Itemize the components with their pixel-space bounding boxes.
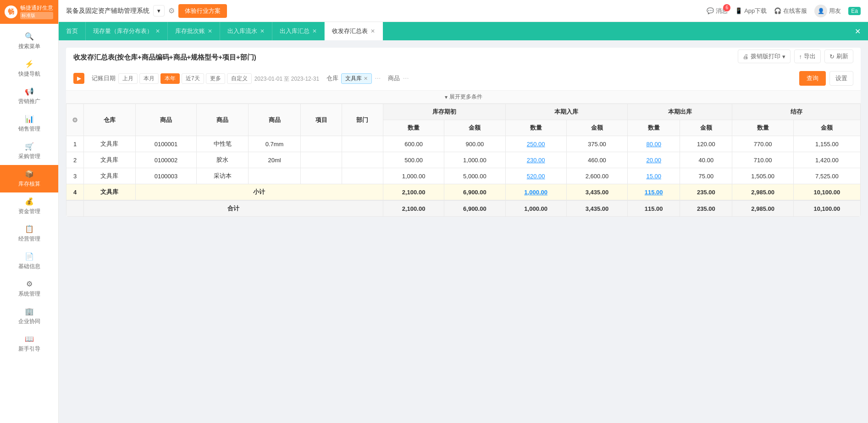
table-container: ⚙ 仓库 商品 商品 商品 项目 部门 库存期初 本期入库 本期出库 结存 <box>66 104 861 217</box>
tab-home-label: 首页 <box>66 27 78 35</box>
table-settings-icon[interactable]: ⚙ <box>72 116 78 124</box>
user-profile-btn[interactable]: 👤 用友 <box>814 5 841 17</box>
messages-btn[interactable]: 💬 消息 6 <box>707 7 728 15</box>
tab-stock-dist-label: 现存量（库存分布表） <box>93 27 153 35</box>
system-dropdown[interactable]: ▾ <box>153 5 165 16</box>
date-btn-this-month[interactable]: 本月 <box>139 73 159 84</box>
col-period-out-header: 本期出库 <box>628 104 732 120</box>
tab-stock-dist[interactable]: 现存量（库存分布表） ✕ <box>86 22 168 40</box>
table-row: 3 文具库 0100003 采访本 1,000.00 5,000.00 520.… <box>66 168 861 184</box>
row1-out-amt: 120.00 <box>680 136 732 152</box>
row2-out-qty[interactable]: 20.00 <box>628 152 680 168</box>
date-btn-last-month[interactable]: 上月 <box>118 73 138 84</box>
trial-btn[interactable]: 体验行业方案 <box>178 4 227 18</box>
subtotal-in-qty[interactable]: 1,000.00 <box>505 184 566 201</box>
online-service-btn[interactable]: 🎧 在线客服 <box>774 7 807 15</box>
base-info-icon: 📄 <box>25 252 34 261</box>
table-row: 1 文具库 0100001 中性笔 0.7mm 600.00 900.00 25… <box>66 136 861 152</box>
row3-open-amt: 5,000.00 <box>444 168 505 184</box>
sidebar-item-finance[interactable]: 💰 资金管理 <box>0 192 58 220</box>
sidebar-label-base-info: 基础信息 <box>18 263 40 270</box>
sidebar-item-inventory[interactable]: 📦 库存核算 <box>0 165 58 192</box>
date-btn-custom[interactable]: 自定义 <box>227 73 252 84</box>
app-edition: 标准版 <box>20 12 53 19</box>
top-actions: 🖨 拨销版打印 ▾ ↑ 导出 ↻ 刷新 <box>738 48 854 63</box>
sidebar-item-guide[interactable]: 📖 新手引导 <box>0 330 58 357</box>
tab-in-out-flow[interactable]: 出入库流水 ✕ <box>220 22 272 40</box>
subtotal-bal-qty: 2,985.00 <box>732 184 793 201</box>
warehouse-tag-close[interactable]: ✕ <box>364 76 368 82</box>
messages-badge: 6 <box>723 4 730 11</box>
system-title: 装备及固定资产辅助管理系统 <box>66 7 149 15</box>
row3-goods-name: 采访本 <box>197 168 249 184</box>
date-btn-7days[interactable]: 近7天 <box>182 73 204 84</box>
row3-warehouse: 文具库 <box>84 168 136 184</box>
tab-batch-account-close[interactable]: ✕ <box>208 28 212 34</box>
expand-more-btn[interactable]: ▾ 展开更多条件 <box>445 93 482 101</box>
tab-in-out-flow-close[interactable]: ✕ <box>260 28 265 34</box>
enterprise-icon: 🏢 <box>25 307 34 316</box>
col-warehouse-header: 仓库 <box>84 104 136 136</box>
row3-in-amt: 2,600.00 <box>566 168 627 184</box>
sidebar-item-base-info[interactable]: 📄 基础信息 <box>0 247 58 275</box>
sidebar-item-marketing[interactable]: 📢 营销推广 <box>0 82 58 110</box>
sidebar-item-enterprise[interactable]: 🏢 企业协同 <box>0 302 58 330</box>
col-out-amt-header: 金额 <box>680 120 732 136</box>
tabbar: 首页 现存量（库存分布表） ✕ 库存批次账 ✕ 出入库流水 ✕ 出入库汇总 ✕ … <box>59 22 868 40</box>
filter-toggle-btn[interactable]: ▶ <box>73 73 84 84</box>
row1-no: 1 <box>66 136 84 152</box>
date-btn-this-year[interactable]: 本年 <box>160 73 180 84</box>
print-btn[interactable]: 🖨 拨销版打印 ▾ <box>738 49 791 63</box>
row1-out-qty[interactable]: 80.00 <box>628 136 680 152</box>
row2-in-qty[interactable]: 230.00 <box>505 152 566 168</box>
page-section-header: 收发存汇总表(按仓库+商品编码+商品+规格型号+项目+部门) 🖨 拨销版打印 ▾… <box>66 48 861 62</box>
app-download-btn[interactable]: 📱 App下载 <box>735 7 767 15</box>
row2-open-qty: 500.00 <box>383 152 444 168</box>
warehouse-tag-value: 文具库 <box>345 75 362 82</box>
marketing-icon: 📢 <box>25 87 34 96</box>
row3-out-amt: 75.00 <box>680 168 732 184</box>
warehouse-filter-more[interactable]: ··· <box>375 74 381 82</box>
row1-bal-qty: 770.00 <box>732 136 793 152</box>
tab-in-out-summary[interactable]: 出入库汇总 ✕ <box>272 22 325 40</box>
refresh-btn[interactable]: ↻ 刷新 <box>824 49 853 63</box>
total-out-qty: 115.00 <box>628 200 680 217</box>
row1-in-qty[interactable]: 250.00 <box>505 136 566 152</box>
date-btn-more[interactable]: 更多 <box>206 73 225 84</box>
col-period-in-header: 本期入库 <box>505 104 628 120</box>
row2-bal-amt: 1,420.00 <box>793 152 860 168</box>
goods-filter-more[interactable]: ··· <box>403 74 409 82</box>
filter-settings-btn[interactable]: 设置 <box>829 71 853 86</box>
sidebar-item-purchase[interactable]: 🛒 采购管理 <box>0 137 58 165</box>
date-range: 2023-01-01 至 2023-12-31 <box>254 75 319 83</box>
query-btn[interactable]: 查询 <box>799 71 826 86</box>
tab-stock-dist-close[interactable]: ✕ <box>155 28 160 34</box>
settings-icon[interactable]: ⚙ <box>168 6 175 15</box>
sidebar-item-system[interactable]: ⚙ 系统管理 <box>0 275 58 302</box>
sidebar-logo-info: 畅捷通好生意 标准版 <box>20 5 53 19</box>
sidebar-item-sales[interactable]: 📊 销售管理 <box>0 110 58 137</box>
tab-recv-send-summary-close[interactable]: ✕ <box>370 28 375 34</box>
inventory-icon: 📦 <box>25 170 34 178</box>
sidebar-item-operation[interactable]: 📋 经营管理 <box>0 220 58 247</box>
col-bal-qty-header: 数量 <box>732 120 793 136</box>
row3-in-qty[interactable]: 520.00 <box>505 168 566 184</box>
tab-home[interactable]: 首页 <box>59 22 86 40</box>
export-btn[interactable]: ↑ 导出 <box>794 49 821 63</box>
row3-out-qty[interactable]: 15.00 <box>628 168 680 184</box>
total-in-amt: 3,435.00 <box>566 200 627 217</box>
tab-batch-account[interactable]: 库存批次账 ✕ <box>168 22 220 40</box>
date-label: 记账日期 <box>92 74 116 82</box>
col-project-header: 项目 <box>301 104 342 136</box>
total-out-amt: 235.00 <box>680 200 732 217</box>
headset-icon: 🎧 <box>774 7 781 14</box>
tab-recv-send-summary[interactable]: 收发存汇总表 ✕ <box>325 22 383 40</box>
row1-open-qty: 600.00 <box>383 136 444 152</box>
tab-in-out-summary-close[interactable]: ✕ <box>312 28 317 34</box>
subtotal-out-qty[interactable]: 115.00 <box>628 184 680 201</box>
col-settings-header[interactable]: ⚙ <box>66 104 84 136</box>
filter-bar: ▶ 记账日期 上月 本月 本年 近7天 更多 自定义 2023-01-01 至 … <box>66 66 861 91</box>
sidebar-item-search[interactable]: 🔍 搜索菜单 <box>0 27 58 55</box>
tabbar-close-all[interactable]: ✕ <box>847 27 868 36</box>
sidebar-item-quick-nav[interactable]: ⚡ 快捷导航 <box>0 55 58 82</box>
